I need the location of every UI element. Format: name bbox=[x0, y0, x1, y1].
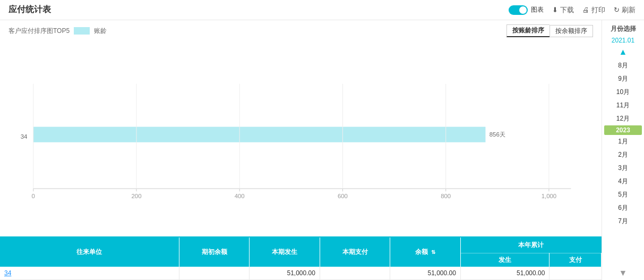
download-icon: ⬇ bbox=[552, 6, 558, 14]
cell-year-occur: 51,000.00 bbox=[460, 267, 549, 280]
chart-panel: 客户应付排序图TOP5 账龄 按账龄排序 按余额排序 34 856天 bbox=[0, 20, 602, 280]
cell-occur: 51,000.00 bbox=[250, 267, 320, 280]
chart-toggle-wrap[interactable]: 图表 bbox=[509, 5, 544, 15]
year-label-2023[interactable]: 2023 bbox=[604, 125, 642, 135]
chart-svg: 34 856天 0 200 400 600 bbox=[8, 44, 593, 234]
month-item-10[interactable]: 10月 bbox=[602, 86, 644, 99]
download-button[interactable]: ⬇ 下载 bbox=[552, 5, 574, 15]
refresh-label: 刷新 bbox=[622, 5, 636, 15]
col-year-header: 本年累计 bbox=[460, 237, 601, 253]
print-button[interactable]: 🖨 打印 bbox=[582, 5, 605, 15]
right-sidebar: 月份选择 2021.01 ▲ 8月 9月 10月 11月 12月 2023 1月… bbox=[602, 20, 644, 280]
table-header-row: 往来单位 期初余额 本期发生 本期支付 余额 ⇅ 本年累计 bbox=[0, 237, 602, 253]
chart-legend: 客户应付排序图TOP5 账龄 bbox=[8, 27, 107, 36]
scroll-up-button[interactable]: ▲ bbox=[602, 45, 644, 59]
refresh-icon: ↻ bbox=[614, 6, 620, 14]
content-area: 客户应付排序图TOP5 账龄 按账龄排序 按余额排序 34 856天 bbox=[0, 20, 644, 280]
legend-label: 客户应付排序图TOP5 bbox=[8, 27, 70, 36]
month-item-9[interactable]: 9月 bbox=[602, 72, 644, 86]
col-year-occur-header: 发生 bbox=[460, 253, 549, 267]
scroll-down-button[interactable]: ▼ bbox=[602, 266, 644, 280]
cell-period bbox=[179, 267, 250, 280]
svg-text:34: 34 bbox=[21, 134, 28, 140]
sidebar-title: 月份选择 bbox=[608, 20, 638, 36]
download-label: 下载 bbox=[560, 5, 574, 15]
svg-text:600: 600 bbox=[338, 193, 348, 199]
col-year-pay-header: 支付 bbox=[549, 253, 602, 267]
chart-sort: 按账龄排序 按余额排序 bbox=[506, 24, 593, 37]
svg-text:0: 0 bbox=[32, 193, 35, 199]
month-item-5[interactable]: 5月 bbox=[602, 188, 644, 201]
svg-text:856天: 856天 bbox=[490, 131, 505, 138]
col-period-header: 期初余额 bbox=[179, 237, 250, 267]
refresh-button[interactable]: ↻ 刷新 bbox=[614, 5, 636, 15]
legend-box bbox=[74, 27, 90, 35]
table-row: 34 51,000.00 51,000.00 51,000.00 bbox=[0, 267, 602, 280]
chart-toggle-label: 图表 bbox=[531, 5, 544, 14]
svg-text:800: 800 bbox=[441, 193, 451, 199]
cell-year-pay bbox=[549, 267, 602, 280]
cell-balance: 51,000.00 bbox=[390, 267, 461, 280]
cell-pay bbox=[320, 267, 390, 280]
print-icon: 🖨 bbox=[582, 6, 589, 14]
chart-area: 34 856天 0 200 400 600 bbox=[0, 39, 602, 236]
month-item-11[interactable]: 11月 bbox=[602, 99, 644, 112]
print-label: 打印 bbox=[591, 5, 605, 15]
header-actions: 图表 ⬇ 下载 🖨 打印 ↻ 刷新 bbox=[509, 5, 636, 15]
page-header: 应付统计表 图表 ⬇ 下载 🖨 打印 ↻ 刷新 bbox=[0, 0, 644, 20]
svg-text:1,000: 1,000 bbox=[542, 193, 557, 199]
month-item-8[interactable]: 8月 bbox=[602, 59, 644, 72]
col-occur-header: 本期发生 bbox=[250, 237, 320, 267]
sidebar-current-date[interactable]: 2021.01 bbox=[609, 36, 637, 45]
sort-by-amount-button[interactable]: 按余额排序 bbox=[549, 25, 593, 37]
col-unit-header: 往来单位 bbox=[0, 237, 179, 267]
legend-box-label: 账龄 bbox=[94, 27, 107, 36]
data-table-area: 往来单位 期初余额 本期发生 本期支付 余额 ⇅ 本年累计 发生 bbox=[0, 236, 602, 280]
balance-sort-icon: ⇅ bbox=[431, 249, 435, 255]
month-item-1[interactable]: 1月 bbox=[602, 135, 644, 148]
svg-text:400: 400 bbox=[235, 193, 245, 199]
sort-by-balance-button[interactable]: 按账龄排序 bbox=[506, 24, 549, 37]
col-pay-header: 本期支付 bbox=[320, 237, 390, 267]
month-item-3[interactable]: 3月 bbox=[602, 162, 644, 175]
month-item-2[interactable]: 2月 bbox=[602, 148, 644, 162]
table-body: 34 51,000.00 51,000.00 51,000.00 bbox=[0, 267, 602, 280]
page-title: 应付统计表 bbox=[8, 4, 51, 15]
chart-header: 客户应付排序图TOP5 账龄 按账龄排序 按余额排序 bbox=[0, 20, 602, 39]
chart-bar bbox=[33, 127, 486, 142]
month-item-4[interactable]: 4月 bbox=[602, 175, 644, 188]
month-list: 8月 9月 10月 11月 12月 2023 1月 2月 3月 4月 5月 6月… bbox=[602, 59, 644, 266]
month-item-6[interactable]: 6月 bbox=[602, 201, 644, 215]
month-item-7[interactable]: 7月 bbox=[602, 215, 644, 228]
svg-text:200: 200 bbox=[131, 193, 141, 199]
cell-unit[interactable]: 34 bbox=[0, 267, 179, 280]
col-balance-header: 余额 ⇅ bbox=[390, 237, 461, 267]
month-item-12[interactable]: 12月 bbox=[602, 112, 644, 125]
data-table: 往来单位 期初余额 本期发生 本期支付 余额 ⇅ 本年累计 发生 bbox=[0, 237, 602, 280]
chart-toggle[interactable] bbox=[509, 5, 528, 15]
